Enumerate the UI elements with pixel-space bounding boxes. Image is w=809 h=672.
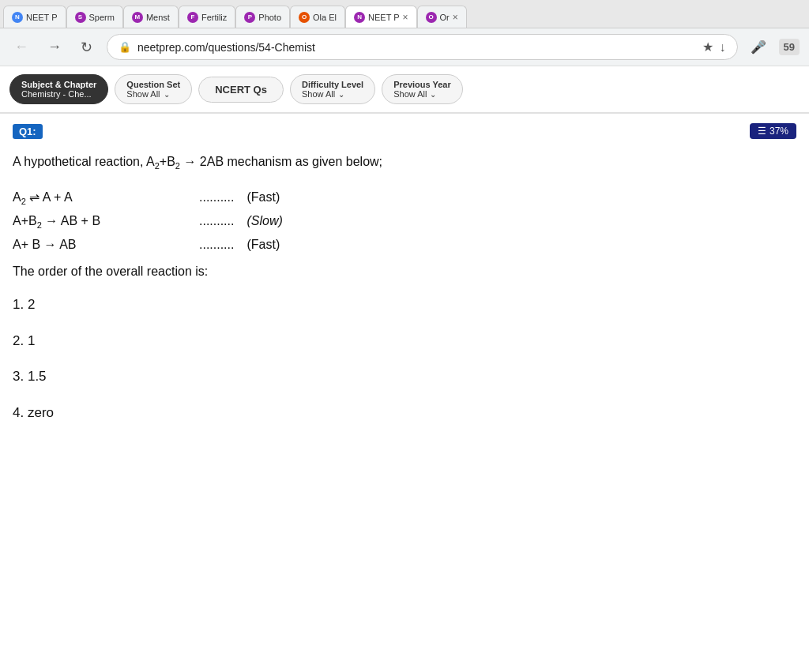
forward-button[interactable]: → <box>43 36 66 58</box>
tab-label: Fertiliz <box>201 13 227 22</box>
reaction-speed-1: (Fast) <box>246 190 280 205</box>
option-2-number: 2. <box>13 333 24 348</box>
reaction-step-3: A+ B → AB .......... (Fast) <box>13 238 796 252</box>
question-set-filter[interactable]: Question Set Show All ⌄ <box>115 74 192 104</box>
download-icon[interactable]: ↓ <box>720 40 726 54</box>
order-question-text: The order of the overall reaction is: <box>13 265 796 279</box>
tab-label: Menst <box>146 13 170 22</box>
tab-fertil[interactable]: F Fertiliz <box>179 6 235 28</box>
reaction-equation-3: A+ B → AB <box>13 238 186 252</box>
subject-chapter-value: Chemistry - Che... <box>21 89 92 99</box>
difficulty-filter[interactable]: Difficulty Level Show All ⌄ <box>290 74 375 104</box>
option-3-number: 3. <box>13 369 24 384</box>
tab-ola[interactable]: O Ola El <box>290 6 345 28</box>
subject-chapter-filter[interactable]: Subject & Chapter Chemistry - Che... <box>9 74 108 104</box>
previous-year-label: Previous Year <box>393 80 451 89</box>
reaction-step-2: A+B2 → AB + B .......... (Slow) <box>13 214 796 230</box>
previous-year-chevron-icon: ⌄ <box>430 90 436 99</box>
tab-label: Photo <box>258 13 281 22</box>
reaction-speed-2: (Slow) <box>246 214 282 228</box>
tab-label: Ola El <box>313 13 337 22</box>
options-list: 1. 2 2. 1 3. 1.5 4. zero <box>13 295 796 422</box>
reaction-equation-1: A2 ⇌ A + A <box>13 190 186 206</box>
difficulty-value: Show All ⌄ <box>302 89 344 99</box>
microphone-icon[interactable]: 🎤 <box>747 36 769 58</box>
question-number: Q1: <box>13 124 43 139</box>
back-button[interactable]: ← <box>9 36 33 58</box>
tab-label: NEET P <box>368 13 400 22</box>
option-1-value: 2 <box>28 297 35 312</box>
tab-neet2[interactable]: N NEET P × <box>345 6 417 28</box>
reaction-dots-2: .......... <box>199 214 234 228</box>
difficulty-chevron-icon: ⌄ <box>338 90 344 99</box>
ncert-label: NCERT Qs <box>215 84 267 96</box>
bookmark-icon[interactable]: ★ <box>702 39 713 54</box>
tab-sperm[interactable]: S Sperm <box>66 6 123 28</box>
address-bar: ← → ↻ 🔒 neetprep.com/questions/54-Chemis… <box>0 28 809 66</box>
question-set-value: Show All ⌄ <box>126 89 169 99</box>
question-set-label: Question Set <box>126 80 180 89</box>
question-set-chevron-icon: ⌄ <box>164 90 170 99</box>
option-3-value: 1.5 <box>28 369 47 384</box>
tab-favicon: O <box>299 12 310 23</box>
reaction-speed-3: (Fast) <box>246 238 280 252</box>
option-4-value: zero <box>28 405 54 420</box>
question-text: A hypothetical reaction, A2+B2 → 2AB mec… <box>13 152 796 174</box>
previous-year-filter[interactable]: Previous Year Show All ⌄ <box>382 74 463 104</box>
reaction-dots-3: .......... <box>199 238 234 252</box>
ncert-filter[interactable]: NCERT Qs <box>198 77 284 103</box>
option-1-number: 1. <box>13 297 24 312</box>
extensions-icon[interactable]: 59 <box>779 39 800 55</box>
progress-badge: ☰ 37% <box>750 123 796 139</box>
tab-favicon: N <box>12 12 23 23</box>
tab-label: Or <box>440 13 450 22</box>
option-1[interactable]: 1. 2 <box>13 295 796 315</box>
tab-label: Sperm <box>89 13 115 22</box>
browser-tabs: N NEET P S Sperm M Menst F Fertiliz P Ph… <box>0 0 809 28</box>
reaction-step-1: A2 ⇌ A + A .......... (Fast) <box>13 190 796 206</box>
tab-or[interactable]: O Or × <box>417 6 467 28</box>
subject-chapter-label: Subject & Chapter <box>21 80 96 89</box>
url-text: neetprep.com/questions/54-Chemist <box>137 41 696 54</box>
question-header: Q1: ☰ 37% <box>13 123 796 139</box>
option-2-value: 1 <box>28 333 35 348</box>
tab-close-icon[interactable]: × <box>453 12 458 23</box>
previous-year-value: Show All ⌄ <box>393 89 436 99</box>
tab-menst[interactable]: M Menst <box>123 6 179 28</box>
lock-icon: 🔒 <box>119 41 131 53</box>
progress-value: 37% <box>769 126 788 137</box>
tab-favicon: F <box>187 12 198 23</box>
tab-favicon: N <box>354 12 365 23</box>
tab-close-icon[interactable]: × <box>403 12 408 23</box>
progress-icon: ☰ <box>758 126 766 137</box>
tab-photo[interactable]: P Photo <box>235 6 290 28</box>
tab-favicon: P <box>244 12 255 23</box>
option-4-number: 4. <box>13 405 24 420</box>
option-3[interactable]: 3. 1.5 <box>13 366 796 387</box>
address-input-wrap[interactable]: 🔒 neetprep.com/questions/54-Chemist ★ ↓ <box>107 34 738 60</box>
tab-favicon: S <box>75 12 86 23</box>
reaction-equation-2: A+B2 → AB + B <box>13 214 186 230</box>
reaction-block: A2 ⇌ A + A .......... (Fast) A+B2 → AB +… <box>13 190 796 252</box>
reload-button[interactable]: ↻ <box>76 36 97 59</box>
tab-favicon: M <box>132 12 143 23</box>
option-4[interactable]: 4. zero <box>13 403 796 423</box>
tab-neet1[interactable]: N NEET P <box>3 6 66 28</box>
filter-bar: Subject & Chapter Chemistry - Che... Que… <box>0 66 809 114</box>
tab-favicon: O <box>426 12 437 23</box>
difficulty-label: Difficulty Level <box>302 80 363 89</box>
question-area: Q1: ☰ 37% A hypothetical reaction, A2+B2… <box>0 114 809 448</box>
reaction-dots-1: .......... <box>199 190 234 205</box>
option-2[interactable]: 2. 1 <box>13 331 796 351</box>
tab-label: NEET P <box>26 13 58 22</box>
